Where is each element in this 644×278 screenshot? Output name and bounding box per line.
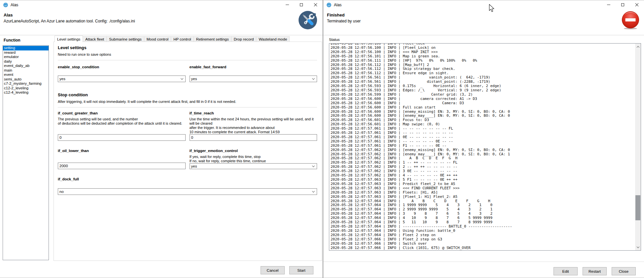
tab-drop-record[interactable]: Drop record [231,36,257,42]
field-desc: Use the time within the next 24 hours, t… [190,117,317,134]
close-button[interactable] [630,0,644,9]
cancel-button[interactable]: Cancel [261,266,285,274]
selected-value: no [59,190,64,194]
maximize-button[interactable] [616,0,630,9]
function-item-event_daily_ab[interactable]: event_daily_ab [3,64,49,68]
function-item-main[interactable]: main [3,68,49,73]
start-button[interactable]: Start [289,266,313,274]
log-line: 2020-05-28 12:07:56.100 | INFO | <<< MAP… [331,50,635,54]
selected-value: yes [191,77,197,81]
minimize-icon [607,5,610,5]
function-item-event[interactable]: event [3,73,49,77]
app-icon [3,2,8,8]
tab-level-settings[interactable]: Level settings [54,36,83,42]
alas-run-window: Alas Finished Terminated by user [323,0,644,278]
field-if_time_reach: if_time_reach Use the time within the ne… [190,111,317,141]
window-title: Alas [11,3,18,7]
field-desc: The previous setting will be used, and t… [58,117,186,126]
tab-attack-fleet[interactable]: Attack fleet [83,36,107,42]
field-label: if_trigger_emotion_control [190,149,317,153]
function-item-semi_auto[interactable]: semi_auto [3,77,49,82]
config-header: Alas AzurLaneAutoScript, An Azur Lane au… [0,9,323,35]
field-if_dock_full: if_dock_full no [58,177,317,195]
field-enable_stop_condition: enable_stop_condition yes [58,65,186,82]
if_dock_full-select[interactable]: no [58,188,317,195]
close-run-button[interactable]: Close [612,267,636,275]
maximize-button[interactable] [294,0,308,9]
function-list[interactable]: settingrewardemulatordailyevent_daily_ab… [3,45,49,260]
log-line: 2020-05-28 12:07:57.066 | INFO | Fleet_2… [331,237,635,242]
section-desc-stop-condition: After triggering, it will not stop immed… [58,100,317,104]
edit-button[interactable]: Edit [554,267,578,275]
section-desc-level-settings: Need to run once to save options [58,52,317,56]
field-label: enable_stop_condition [58,65,186,69]
tab-submarine-settings[interactable]: Submarine settings [106,36,144,42]
minimize-button[interactable] [280,0,294,9]
tab-retirement-settings[interactable]: Retirement settings [194,36,232,42]
scroll-up-button[interactable] [635,44,641,49]
alas-config-window: Alas Alas AzurLaneAutoScript, An Azur La… [0,0,323,278]
settings-main: Level settingsAttack fleetSubmarine sett… [50,35,323,261]
app-icon [326,2,332,8]
log-line: 2020-05-28 12:07:56.599 | INFO | Center … [331,93,635,97]
enable_fast_forward-select[interactable]: yes [190,76,317,82]
field-label: if_oil_lower_than [58,149,186,153]
if_trigger_emotion_control-select[interactable]: yes [190,163,317,169]
scroll-down-button[interactable] [635,245,641,250]
function-item-c7-2_mystery_farming[interactable]: c7-2_mystery_farming [3,81,49,86]
log-line: 2020-05-28 12:07:56.101 | INFO | Map is … [331,54,635,59]
log-line: 2020-05-28 12:07:57.064 | INFO | Using f… [331,229,635,233]
tab-hp-control[interactable]: HP control [171,36,194,42]
divider [58,107,317,108]
function-sidebar: Function settingrewardemulatordailyevent… [0,35,50,261]
function-item-emulator[interactable]: emulator [3,55,49,59]
maximize-icon [621,3,624,6]
maximize-icon [300,3,303,6]
scrollbar-thumb[interactable] [635,195,640,220]
log-line: 2020-05-28 12:07:57.063 | INFO | Fleets:… [331,191,635,195]
tab-mood-control[interactable]: Mood control [144,36,171,42]
chevron-down-icon [312,164,315,167]
selected-value: yes [191,164,197,168]
log-line: 2020-05-28 12:07:56.100 | INFO | [Fleet_… [331,46,635,50]
chevron-up-icon [636,46,639,48]
log-line: 2020-05-28 12:07:57.064 | INFO | -------… [331,225,635,229]
minimize-icon [286,5,289,5]
minimize-button[interactable] [601,0,616,9]
if_time_reach-input[interactable] [190,134,317,141]
divider [58,60,317,60]
status-log-box: 2020-05-28 12:07:56.100 | INFO | fleet_l… [329,43,641,251]
log-scrollbar[interactable] [635,44,641,250]
log-line: 2020-05-28 12:07:57.066 | INFO | Switch … [331,242,635,246]
close-icon [314,3,317,7]
log-line: 2020-05-28 12:07:57.066 | INFO | Click (… [331,246,635,250]
settings-tabbar: Level settingsAttack fleetSubmarine sett… [54,35,322,42]
spacer [323,251,644,262]
page-title: Alas [4,13,319,17]
function-item-setting[interactable]: setting [3,46,49,50]
close-button[interactable] [308,0,323,9]
function-label: Function [4,38,50,43]
stopped-icon [621,11,640,30]
field-label: if_dock_full [58,177,317,181]
if_count_greater_than-input[interactable] [58,134,186,141]
enable_stop_condition-select[interactable]: yes [58,76,186,82]
function-item-reward[interactable]: reward [3,50,49,55]
run-status-subtitle: Terminated by user [327,19,641,23]
log-line: 2020-05-28 12:07:57.061 | INFO | F1 -- -… [331,144,635,148]
run-header: Finished Terminated by user [323,9,644,35]
function-item-c12-4_leveling[interactable]: c12-4_leveling [3,90,49,95]
tools-icon [298,11,317,30]
function-item-daily[interactable]: daily [3,59,49,64]
log-line: 2020-05-28 12:07:57.061 | INFO | -- -- -… [331,131,635,135]
field-if_trigger_emotion_control: if_trigger_emotion_control If yes, wait … [190,149,317,169]
page-subtitle: AzurLaneAutoScript, An Azur Lane automat… [4,19,319,23]
function-item-c12-2_leveling[interactable]: c12-2_leveling [3,86,49,91]
chevron-down-icon [312,190,315,192]
restart-button[interactable]: Restart [583,267,607,275]
config-body: Function settingrewardemulatordailyevent… [0,35,323,261]
level-settings-panel: Level settings Need to run once to save … [54,42,322,261]
if_oil_lower_than-input[interactable] [58,163,186,169]
tab-wasteland-mode[interactable]: Wasteland mode [256,36,290,42]
log-line: 2020-05-28 12:07:57.063 | INFO | <<< FIN… [331,186,635,191]
